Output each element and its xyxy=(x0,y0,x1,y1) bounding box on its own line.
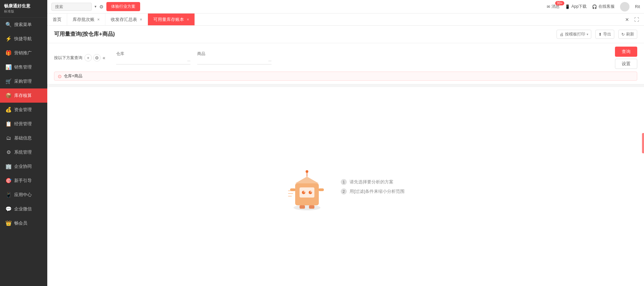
avatar xyxy=(620,2,629,11)
sidebar-icon-member: 👑 xyxy=(5,220,11,226)
service-button[interactable]: 🎧 在线客服 xyxy=(592,4,615,9)
filter-row: 按以下方案查询 + ⚙ « 仓库 ··· xyxy=(54,47,637,69)
product-more-button[interactable]: ··· xyxy=(268,59,272,63)
query-button[interactable]: 查询 xyxy=(615,47,637,57)
expand-tab-button[interactable]: ⛶ xyxy=(633,16,641,24)
sidebar-label-appstore: 应用中心 xyxy=(14,192,32,198)
sidebar-item-operation[interactable]: 📋 经营管理 xyxy=(0,117,47,131)
svg-point-5 xyxy=(309,191,312,194)
filter-fields: 仓库 ··· 商品 ··· xyxy=(116,51,611,64)
sidebar-label-wechat: 企业微信 xyxy=(14,206,32,212)
svg-point-6 xyxy=(304,191,305,192)
step-2-text: 用[过滤]条件来缩小分析范围 xyxy=(350,188,405,194)
product-input-wrapper: ··· xyxy=(197,57,272,64)
tab-summary-label: 收发存汇总表 xyxy=(111,17,137,23)
sidebar-icon-operation: 📋 xyxy=(5,121,11,127)
sidebar-item-newuser[interactable]: 🎯 新手引导 xyxy=(0,174,47,188)
sidebar-icon-search: 🔍 xyxy=(5,22,11,28)
scheme-item-icon: ⊙ xyxy=(58,74,62,79)
service-icon: 🎧 xyxy=(592,4,597,9)
sidebar-icon-system: ⚙ xyxy=(5,149,11,155)
refresh-button[interactable]: ↻ 刷新 xyxy=(618,30,637,39)
message-button[interactable]: ✉ 消息 99+ xyxy=(547,4,560,9)
tabbar: 首页 库存批次账 × 收发存汇总表 × 可用量库存账本 × ✕ ⛶ xyxy=(47,14,644,26)
warehouse-input-wrapper: ··· xyxy=(116,57,190,64)
sidebar-item-enterprise[interactable]: 🏢 企业协同 xyxy=(0,159,47,174)
sidebar-label-marketing: 营销推广 xyxy=(14,50,32,56)
search-input[interactable] xyxy=(51,3,92,11)
svg-rect-9 xyxy=(309,205,314,209)
sidebar-icon-newuser: 🎯 xyxy=(5,178,11,184)
sidebar-item-sales[interactable]: 📊 销售管理 xyxy=(0,60,47,74)
sidebar-label-inventory: 库存核算 xyxy=(14,93,32,99)
sidebar-item-search[interactable]: 🔍 搜索菜单 xyxy=(0,18,47,32)
page-title: 可用量查询(按仓库+商品) xyxy=(54,31,115,38)
empty-state: 1 请先选择要分析的方案 2 用[过滤]条件来缩小分析范围 xyxy=(47,87,644,286)
sidebar-icon-appstore: 📱 xyxy=(5,192,11,198)
tab-summary[interactable]: 收发存汇总表 × xyxy=(105,14,148,25)
close-tab-button[interactable]: ✕ xyxy=(623,16,631,24)
refresh-label: 刷新 xyxy=(626,31,634,37)
sidebar-item-marketing[interactable]: 🎁 营销推广 xyxy=(0,46,47,60)
step-2-number: 2 xyxy=(341,188,347,194)
tab-batch[interactable]: 库存批次账 × xyxy=(67,14,105,25)
sidebar-item-shortcut[interactable]: ⚡ 快捷导航 xyxy=(0,32,47,46)
product-field: 商品 ··· xyxy=(197,51,272,64)
sidebar-item-appstore[interactable]: 📱 应用中心 xyxy=(0,188,47,202)
topbar: ▾ ⚙ 体验行业方案 ✉ 消息 99+ 📱 App下载 🎧 在线客服 Rit xyxy=(47,0,644,14)
right-scroll-indicator[interactable] xyxy=(642,133,644,153)
product-label: 商品 xyxy=(197,51,272,57)
sidebar-label-system: 系统管理 xyxy=(14,149,32,155)
sidebar-label-shortcut: 快捷导航 xyxy=(14,36,32,42)
tab-home-label: 首页 xyxy=(53,17,61,23)
sidebar-label-search: 搜索菜单 xyxy=(14,22,32,28)
sidebar-item-finance[interactable]: 💰 资金管理 xyxy=(0,103,47,117)
sidebar-icon-basic: 🗂 xyxy=(5,135,11,141)
refresh-icon: ↻ xyxy=(621,32,625,37)
tab-summary-close[interactable]: × xyxy=(140,17,142,22)
tab-available[interactable]: 可用量库存账本 × xyxy=(148,14,195,25)
collapse-filter-icon[interactable]: « xyxy=(103,55,105,60)
trial-button[interactable]: 体验行业方案 xyxy=(106,2,140,11)
sidebar-label-purchase: 采购管理 xyxy=(14,78,32,84)
export-button[interactable]: ⬆ 导出 xyxy=(595,30,614,39)
product-input[interactable] xyxy=(197,58,266,63)
empty-step-2: 2 用[过滤]条件来缩小分析范围 xyxy=(341,188,405,194)
message-icon: ✉ xyxy=(547,4,550,9)
svg-marker-2 xyxy=(295,177,319,183)
tab-home[interactable]: 首页 xyxy=(47,14,67,25)
sidebar-icon-wechat: 💬 xyxy=(5,206,11,212)
sidebar-item-inventory[interactable]: 📦 库存核算 xyxy=(0,88,47,103)
warehouse-input[interactable] xyxy=(116,58,185,63)
column-settings-button[interactable]: 设置 xyxy=(615,59,637,69)
filter-scheme-actions: + ⚙ xyxy=(84,54,101,61)
warehouse-more-button[interactable]: ··· xyxy=(187,59,190,63)
sidebar-item-member[interactable]: 👑 畅会员 xyxy=(0,216,47,230)
empty-illustration xyxy=(287,166,327,207)
username[interactable]: Rit xyxy=(635,4,640,9)
svg-point-7 xyxy=(310,191,312,192)
settings-icon[interactable]: ⚙ xyxy=(99,4,104,9)
search-dropdown-icon[interactable]: ▾ xyxy=(95,4,97,9)
add-scheme-button[interactable]: + xyxy=(84,54,92,61)
warehouse-label: 仓库 xyxy=(116,51,190,57)
sidebar-item-system[interactable]: ⚙ 系统管理 xyxy=(0,145,47,159)
filter-actions: 查询 设置 xyxy=(615,47,637,69)
sidebar-item-basic[interactable]: 🗂 基础信息 xyxy=(0,131,47,145)
tab-batch-close[interactable]: × xyxy=(97,17,100,22)
scheme-item-warehouse-product[interactable]: ⊙ 仓库+商品 xyxy=(54,72,637,81)
app-download-button[interactable]: 📱 App下载 xyxy=(565,4,587,9)
print-button[interactable]: 🖨 按模板打印 ▾ xyxy=(557,30,591,39)
header-actions: 🖨 按模板打印 ▾ ⬆ 导出 ↻ 刷新 xyxy=(557,30,637,39)
sidebar-item-wechat[interactable]: 💬 企业微信 xyxy=(0,202,47,216)
step-1-text: 请先选择要分析的方案 xyxy=(350,179,393,185)
filter-scheme: 按以下方案查询 + ⚙ « xyxy=(54,54,105,61)
sidebar-item-purchase[interactable]: 🛒 采购管理 xyxy=(0,74,47,88)
sidebar-label-sales: 销售管理 xyxy=(14,64,32,70)
print-dropdown-icon[interactable]: ▾ xyxy=(587,32,588,36)
configure-scheme-button[interactable]: ⚙ xyxy=(93,54,101,61)
tab-available-close[interactable]: × xyxy=(187,17,189,22)
svg-point-0 xyxy=(293,205,320,210)
sidebar-icon-sales: 📊 xyxy=(5,64,11,70)
sidebar-logo: 畅康通好生意 标准版 xyxy=(0,0,47,18)
